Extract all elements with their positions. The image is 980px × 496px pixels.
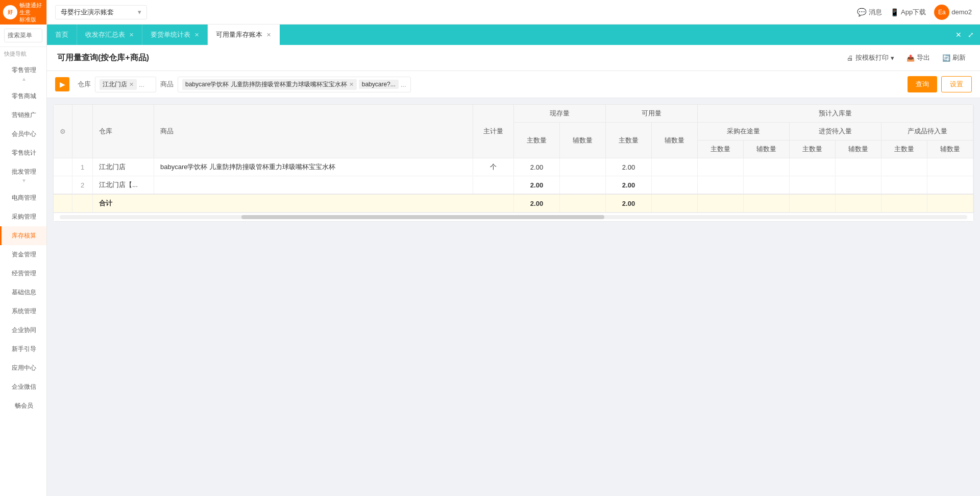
tab-maximize[interactable]: ⤢ — [966, 29, 976, 41]
tab-receive[interactable]: 收发存汇总表 ✕ — [77, 25, 142, 45]
sidebar-item-apps[interactable]: 应用中心 — [0, 359, 46, 377]
td-pp-aux — [836, 158, 881, 176]
sidebar-item-inventory[interactable]: 库存核算 — [0, 226, 46, 245]
page-header: 可用量查询(按仓库+商品) 🖨 按模板打印 ▾ 📤 导出 🔄 刷新 — [47, 45, 980, 71]
th-available: 可用量 — [606, 105, 698, 123]
sidebar-item-label: 电商管理 — [12, 194, 36, 202]
tab-close-all[interactable]: ✕ — [953, 29, 964, 41]
sidebar-item-enterprise[interactable]: 企业协同 — [0, 321, 46, 340]
download-icon: 📱 — [890, 8, 899, 16]
topbar: 母婴行业演示账套 ▾ 💬 消息 📱 App下载 Ea demo2 — [47, 0, 980, 25]
sidebar-item-label: 经营管理 — [12, 269, 36, 278]
filter-toggle-btn[interactable]: ▶ — [55, 77, 69, 91]
user-name: demo2 — [951, 8, 972, 16]
warehouse-tag: 江北门店 ✕ — [100, 79, 137, 90]
sidebar-item-operations[interactable]: 经营管理 — [0, 264, 46, 283]
scrollbar-thumb[interactable] — [241, 215, 604, 219]
sidebar-item-label: 新手引导 — [12, 345, 36, 353]
td-footer-gear — [54, 194, 72, 212]
product-tag1-close[interactable]: ✕ — [349, 81, 354, 88]
export-btn[interactable]: 📤 导出 — [902, 51, 934, 64]
td-index: 2 — [72, 176, 93, 195]
sidebar-item-finance[interactable]: 资金管理 — [0, 245, 46, 264]
td-unit — [473, 176, 514, 195]
warehouse-filter-input[interactable]: 江北门店 ✕ ... — [95, 77, 156, 92]
message-btn[interactable]: 💬 消息 — [857, 8, 882, 17]
setting-button[interactable]: 设置 — [941, 76, 972, 92]
scrollbar-track[interactable] — [60, 215, 967, 219]
td-footer-pp-main — [790, 194, 836, 212]
filter-actions: 查询 设置 — [908, 76, 972, 92]
warehouse-ellipsis[interactable]: ... — [139, 81, 144, 88]
tab-home[interactable]: 首页 — [47, 25, 77, 45]
sidebar-item-label: 零售商城 — [12, 92, 36, 101]
refresh-btn[interactable]: 🔄 刷新 — [938, 51, 970, 64]
logo-icon: 好 — [3, 5, 17, 19]
th-warehouse: 仓库 — [93, 105, 154, 158]
th-prod-main: 主数量 — [881, 140, 927, 158]
template-print-btn[interactable]: 🖨 按模板打印 ▾ — [843, 51, 898, 64]
th-purchase-transit: 采购在途量 — [698, 123, 790, 140]
sidebar-item-label: 基础信息 — [12, 288, 36, 297]
company-name: 母婴行业演示账套 — [61, 8, 114, 17]
td-footer-prod-aux — [927, 194, 973, 212]
sidebar-item-marketing[interactable]: 营销推广 — [0, 106, 46, 125]
th-purchase-pending: 进货待入量 — [790, 123, 881, 140]
sidebar-item-retail-mall[interactable]: 零售商城 — [0, 87, 46, 106]
sidebar-item-wholesale[interactable]: 批发管理 ▼ — [0, 162, 46, 188]
sidebar-item-newbie[interactable]: 新手引导 — [0, 340, 46, 359]
export-label: 导出 — [917, 53, 930, 62]
sidebar-item-label: 库存核算 — [12, 231, 36, 240]
product-filter-input[interactable]: babycare学饮杯 儿童防摔防撞吸管杯重力球吸嘴杯宝宝水杯 ✕ babyca… — [178, 77, 411, 92]
user-profile[interactable]: Ea demo2 — [934, 5, 972, 20]
sidebar-search[interactable]: 搜索菜单 — [0, 25, 46, 47]
refresh-label: 刷新 — [952, 53, 966, 62]
sidebar-item-label: 资金管理 — [12, 250, 36, 259]
td-pt-aux — [744, 176, 790, 195]
logo-text: 畅捷通好生意 标准版 — [19, 2, 43, 23]
app-download-btn[interactable]: 📱 App下载 — [890, 8, 926, 17]
sidebar-item-member2[interactable]: 畅会员 — [0, 396, 46, 415]
sidebar-item-retail-stats[interactable]: 零售统计 — [0, 144, 46, 162]
product-tag2-value: babycare?... — [362, 81, 396, 88]
td-stock-main: 2.00 — [514, 176, 560, 195]
tab-order-stats[interactable]: 要货单统计表 ✕ — [142, 25, 208, 45]
page-title: 可用量查询(按仓库+商品) — [57, 53, 149, 63]
th-pt-aux: 辅数量 — [744, 140, 790, 158]
tab-receive-close[interactable]: ✕ — [129, 32, 134, 38]
sidebar-item-system[interactable]: 系统管理 — [0, 302, 46, 321]
arrow-icon: ▼ — [21, 178, 27, 183]
app-logo: 好 畅捷通好生意 标准版 — [0, 0, 46, 25]
sidebar-item-label: 系统管理 — [12, 307, 36, 316]
query-button[interactable]: 查询 — [908, 76, 937, 92]
sidebar-item-retail[interactable]: 零售管理 ▲ — [0, 61, 46, 87]
td-prod-main — [881, 176, 927, 195]
td-footer-stock-aux — [560, 194, 606, 212]
td-unit: 个 — [473, 158, 514, 176]
product-ellipsis[interactable]: ... — [401, 81, 406, 88]
sidebar-item-wechat[interactable]: 企业微信 — [0, 377, 46, 396]
tab-available-stock[interactable]: 可用量库存账本 ✕ — [208, 25, 280, 45]
th-planned-in: 预计入库量 — [698, 105, 973, 123]
warehouse-tag-close[interactable]: ✕ — [129, 81, 134, 88]
sidebar-item-member[interactable]: 会员中心 — [0, 125, 46, 144]
th-avail-aux: 辅数量 — [652, 123, 698, 158]
search-menu-button[interactable]: 搜索菜单 — [4, 29, 42, 42]
tabbar: 首页 收发存汇总表 ✕ 要货单统计表 ✕ 可用量库存账本 ✕ ✕ ⤢ — [47, 25, 980, 45]
td-pt-main — [698, 176, 744, 195]
td-prod-main — [881, 158, 927, 176]
tab-order-stats-close[interactable]: ✕ — [194, 32, 199, 38]
tab-available-stock-close[interactable]: ✕ — [266, 32, 271, 38]
topbar-left: 母婴行业演示账套 ▾ — [55, 5, 147, 19]
sidebar-item-basic[interactable]: 基础信息 — [0, 283, 46, 302]
sidebar-item-purchase[interactable]: 采购管理 — [0, 207, 46, 226]
company-selector[interactable]: 母婴行业演示账套 ▾ — [55, 5, 147, 19]
th-gear[interactable]: ⚙ — [54, 105, 72, 158]
filter-bar: ▶ 仓库 江北门店 ✕ ... 商品 babycare学饮杯 儿童防摔防撞吸管杯… — [47, 71, 980, 98]
sidebar-item-ecommerce[interactable]: 电商管理 — [0, 188, 46, 207]
td-avail-main: 2.00 — [606, 158, 652, 176]
td-index: 1 — [72, 158, 93, 176]
product-tag1-value: babycare学饮杯 儿童防摔防撞吸管杯重力球吸嘴杯宝宝水杯 — [185, 80, 347, 89]
sidebar-item-label: 采购管理 — [12, 212, 36, 221]
refresh-icon: 🔄 — [942, 54, 950, 62]
